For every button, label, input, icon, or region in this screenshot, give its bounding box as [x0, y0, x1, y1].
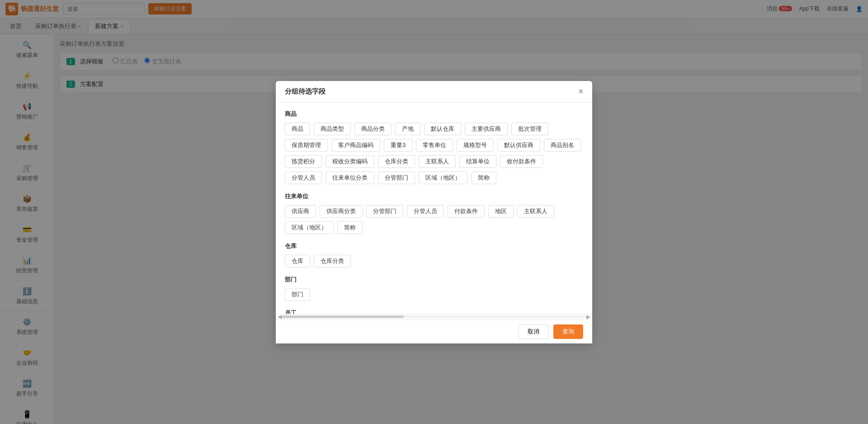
field-tag-product-alias[interactable]: 商品别名 — [544, 139, 581, 152]
department-field-tags: 部门 — [285, 288, 583, 301]
section-partner-title: 往来单位 — [285, 192, 583, 200]
field-tag-partner-region[interactable]: 区域（地区） — [285, 221, 334, 234]
field-tag-customer-code[interactable]: 客户商品编码 — [331, 139, 380, 152]
field-tag-product[interactable]: 商品 — [285, 123, 310, 135]
field-tag-spec-model[interactable]: 规格型号 — [457, 139, 494, 152]
section-product-title: 商品 — [285, 110, 583, 118]
modal-title: 分组待选字段 — [285, 87, 326, 96]
field-tag-quality-period[interactable]: 保质期管理 — [285, 139, 328, 152]
hscroll-track[interactable] — [282, 315, 586, 318]
field-tag-short-name[interactable]: 简称 — [471, 172, 496, 184]
field-tag-retail-unit[interactable]: 零售单位 — [416, 139, 453, 152]
field-tag-partner-short[interactable]: 简称 — [337, 221, 363, 234]
field-tag-department[interactable]: 部门 — [285, 288, 310, 301]
product-field-tags: 商品 商品类型 商品分类 产地 默认仓库 主要供应商 批次管理 保质期管理 客户… — [285, 123, 583, 184]
field-tag-product-category[interactable]: 商品分类 — [354, 123, 392, 135]
field-selection-modal: 分组待选字段 × 商品 商品 商品类型 商品分类 产地 默认仓库 主要供应商 批… — [276, 81, 592, 343]
field-tag-main-supplier[interactable]: 主要供应商 — [465, 123, 508, 135]
warehouse-field-tags: 仓库 仓库分类 — [285, 255, 583, 267]
field-tag-payment-terms[interactable]: 收付款条件 — [500, 155, 543, 168]
section-warehouse: 仓库 仓库 仓库分类 — [285, 242, 583, 267]
field-tag-weight3[interactable]: 重量3 — [384, 139, 412, 152]
field-tag-origin[interactable]: 产地 — [395, 123, 420, 135]
field-tag-tax-code[interactable]: 税收分类编码 — [326, 155, 374, 168]
field-tag-warehouse-type[interactable]: 仓库分类 — [314, 255, 351, 267]
section-department: 部门 部门 — [285, 276, 583, 301]
section-partner: 往来单位 供应商 供应商分类 分管部门 分管人员 付款条件 地区 主联系人 区域… — [285, 192, 583, 234]
field-tag-dept[interactable]: 分管部门 — [378, 172, 415, 184]
field-tag-region[interactable]: 区域（地区） — [419, 172, 467, 184]
hscroll-thumb — [282, 315, 404, 318]
cancel-button[interactable]: 取消 — [518, 324, 549, 339]
section-product: 商品 商品 商品类型 商品分类 产地 默认仓库 主要供应商 批次管理 保质期管理… — [285, 110, 583, 184]
field-tag-settlement-unit[interactable]: 结算单位 — [459, 155, 496, 168]
field-tag-main-contact[interactable]: 主联系人 — [419, 155, 456, 168]
field-tag-payment-condition[interactable]: 付款条件 — [448, 205, 485, 218]
field-tag-warehouse-category[interactable]: 仓库分类 — [378, 155, 415, 168]
field-tag-product-type[interactable]: 商品类型 — [314, 123, 351, 135]
field-tag-manage-person[interactable]: 分管人员 — [407, 205, 444, 218]
section-warehouse-title: 仓库 — [285, 242, 583, 250]
modal-footer: 取消 查询 — [276, 319, 592, 343]
field-tag-default-warehouse[interactable]: 默认仓库 — [424, 123, 461, 135]
section-employee: 员工 业务员 — [285, 309, 583, 314]
partner-field-tags: 供应商 供应商分类 分管部门 分管人员 付款条件 地区 主联系人 区域（地区） … — [285, 205, 583, 234]
field-tag-manage-dept[interactable]: 分管部门 — [366, 205, 403, 218]
field-tag-warehouse[interactable]: 仓库 — [285, 255, 310, 267]
field-tag-supplier-category[interactable]: 供应商分类 — [320, 205, 363, 218]
modal-close-btn[interactable]: × — [578, 87, 583, 95]
modal-body[interactable]: 商品 商品 商品类型 商品分类 产地 默认仓库 主要供应商 批次管理 保质期管理… — [276, 103, 592, 314]
field-tag-district[interactable]: 地区 — [488, 205, 514, 218]
field-tag-partner-contact[interactable]: 主联系人 — [517, 205, 554, 218]
field-tag-default-supplier[interactable]: 默认供应商 — [497, 139, 540, 152]
modal-header: 分组待选字段 × — [276, 81, 592, 103]
field-tag-supplier[interactable]: 供应商 — [285, 205, 316, 218]
field-tag-supervisor[interactable]: 分管人员 — [285, 172, 322, 184]
field-tag-pick-score[interactable]: 拣货积分 — [285, 155, 322, 168]
modal-hscroll[interactable]: ◀ ▶ — [276, 314, 592, 319]
modal-overlay: 分组待选字段 × 商品 商品 商品类型 商品分类 产地 默认仓库 主要供应商 批… — [0, 0, 868, 424]
confirm-button[interactable]: 查询 — [553, 324, 583, 339]
section-department-title: 部门 — [285, 276, 583, 284]
section-employee-title: 员工 — [285, 309, 583, 314]
field-tag-partner-category[interactable]: 往来单位分类 — [326, 172, 374, 184]
field-tag-batch-manage[interactable]: 批次管理 — [511, 123, 548, 135]
